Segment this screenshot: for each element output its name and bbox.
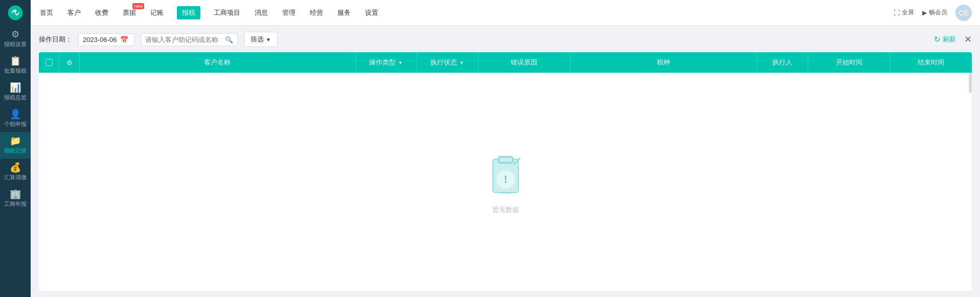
th-client-name: 客户名称 bbox=[80, 52, 356, 73]
sidebar-logo[interactable] bbox=[0, 0, 31, 26]
fullscreen-button[interactable]: ⛶ 全屏 bbox=[894, 8, 914, 17]
main-table: ⚙ 客户名称 操作类型 ▼ 执行状态 ▼ 错误原因 税种 bbox=[39, 52, 972, 291]
close-button[interactable]: ✕ bbox=[964, 35, 972, 44]
refresh-button[interactable]: ↻ 刷新 bbox=[934, 35, 956, 44]
sidebar-item-label: 报税总览 bbox=[4, 94, 27, 101]
nav-jingying[interactable]: 经营 bbox=[309, 6, 324, 19]
nav-shezhi[interactable]: 设置 bbox=[364, 6, 379, 19]
sort-icon-exec-status[interactable]: ▼ bbox=[459, 60, 464, 66]
th-checkbox[interactable] bbox=[39, 52, 59, 73]
gongshang-nianbao-icon: 🏢 bbox=[10, 189, 21, 199]
toolbar-right: ↻ 刷新 ✕ bbox=[934, 35, 972, 44]
sidebar: ⚙ 报税设置 📋 批量报税 📊 报税总览 👤 个税申报 📁 报税记录 💰 汇算清… bbox=[0, 0, 31, 297]
baoshui-shezhi-icon: ⚙ bbox=[11, 30, 19, 39]
fullscreen-label: 全屏 bbox=[902, 8, 914, 17]
date-input[interactable]: 2023-06-06 📅 bbox=[78, 33, 134, 46]
topnav-right-area: ⛶ 全屏 ▶ 畅会员 CE bbox=[894, 5, 972, 21]
nav-guanli[interactable]: 管理 bbox=[281, 6, 297, 19]
avatar-text: CE bbox=[959, 9, 968, 17]
sidebar-item-baoshui-zonlan[interactable]: 📊 报税总览 bbox=[0, 79, 31, 105]
search-input[interactable] bbox=[145, 36, 222, 44]
sort-icon-op-type[interactable]: ▼ bbox=[398, 60, 403, 66]
nav-xiaoxi[interactable]: 消息 bbox=[254, 6, 269, 19]
fullscreen-icon: ⛶ bbox=[894, 9, 900, 16]
member-icon: ▶ bbox=[922, 9, 927, 16]
search-wrap: 🔍 bbox=[141, 33, 238, 46]
sidebar-item-baoshui-shezhi[interactable]: ⚙ 报税设置 bbox=[0, 26, 31, 52]
new-badge: new bbox=[132, 3, 144, 9]
member-button[interactable]: ▶ 畅会员 bbox=[922, 8, 947, 17]
sidebar-item-label: 汇算清缴 bbox=[4, 174, 27, 181]
empty-state: ! 暂无数据 bbox=[480, 149, 531, 215]
table-header: ⚙ 客户名称 操作类型 ▼ 执行状态 ▼ 错误原因 税种 bbox=[39, 52, 972, 73]
nav-home[interactable]: 首页 bbox=[39, 6, 54, 19]
scrollbar[interactable] bbox=[969, 73, 972, 93]
table-body: ! 暂无数据 bbox=[39, 73, 972, 291]
filter-label: 筛选 bbox=[250, 35, 264, 44]
huisuan-jiaona-icon: 💰 bbox=[10, 163, 21, 172]
nav-client[interactable]: 客户 bbox=[66, 6, 82, 19]
empty-illustration: ! bbox=[480, 149, 531, 200]
date-value: 2023-06-06 bbox=[83, 36, 117, 44]
piliang-baoshui-icon: 📋 bbox=[10, 56, 21, 66]
sidebar-item-label: 个税申报 bbox=[4, 120, 27, 128]
sidebar-item-piliang-baoshui[interactable]: 📋 批量报税 bbox=[0, 52, 31, 79]
th-error-reason: 错误原因 bbox=[478, 52, 571, 73]
member-label: 畅会员 bbox=[929, 8, 947, 17]
svg-text:!: ! bbox=[504, 174, 507, 185]
th-tax-type: 税种 bbox=[571, 52, 757, 73]
toolbar: 操作日期： 2023-06-06 📅 🔍 筛选 ▼ ↻ 刷新 ✕ bbox=[39, 32, 972, 47]
empty-text: 暂无数据 bbox=[492, 205, 519, 215]
baoshui-jilu-icon: 📁 bbox=[10, 136, 21, 145]
chevron-down-icon: ▼ bbox=[266, 37, 271, 43]
nav-shoufei[interactable]: 收费 bbox=[94, 6, 109, 19]
th-start-time: 开始时间 bbox=[808, 52, 890, 73]
sidebar-item-label: 批量报税 bbox=[4, 67, 27, 75]
calendar-icon: 📅 bbox=[120, 36, 128, 44]
baoshui-zonlan-icon: 📊 bbox=[10, 83, 21, 92]
th-op-type: 操作类型 ▼ bbox=[356, 52, 417, 73]
search-icon[interactable]: 🔍 bbox=[225, 36, 233, 44]
th-settings[interactable]: ⚙ bbox=[59, 52, 80, 73]
filter-button[interactable]: 筛选 ▼ bbox=[244, 32, 278, 47]
avatar[interactable]: CE bbox=[955, 5, 972, 21]
date-label: 操作日期： bbox=[39, 35, 72, 44]
settings-icon: ⚙ bbox=[66, 59, 73, 67]
nav-fuwu[interactable]: 服务 bbox=[336, 6, 352, 19]
sidebar-item-gongshang-nianbao[interactable]: 🏢 工商年报 bbox=[0, 185, 31, 212]
sidebar-item-geshuishen-bao[interactable]: 👤 个税申报 bbox=[0, 105, 31, 132]
top-navigation: 首页 客户 收费 票据 new 记账 报税 工商项目 消息 管理 经营 服务 设… bbox=[31, 0, 980, 26]
geshuishen-bao-icon: 👤 bbox=[10, 110, 21, 119]
svg-point-1 bbox=[14, 10, 17, 12]
nav-baoshui[interactable]: 报税 bbox=[177, 6, 200, 19]
svg-rect-4 bbox=[499, 158, 512, 162]
sidebar-item-baoshui-jilu[interactable]: 📁 报税记录 bbox=[0, 132, 31, 159]
sidebar-item-label: 报税记录 bbox=[4, 147, 27, 155]
page-content: 操作日期： 2023-06-06 📅 🔍 筛选 ▼ ↻ 刷新 ✕ bbox=[31, 26, 980, 297]
sidebar-item-label: 工商年报 bbox=[4, 200, 27, 208]
refresh-icon: ↻ bbox=[934, 35, 941, 44]
sidebar-item-label: 报税设置 bbox=[4, 40, 27, 48]
svg-line-8 bbox=[514, 163, 515, 164]
nav-gongshang[interactable]: 工商项目 bbox=[213, 6, 241, 19]
sidebar-item-huisuan-jiaona[interactable]: 💰 汇算清缴 bbox=[0, 159, 31, 185]
nav-jizhang[interactable]: 记账 bbox=[149, 6, 165, 19]
refresh-label: 刷新 bbox=[943, 35, 956, 44]
nav-piaoju[interactable]: 票据 new bbox=[122, 6, 137, 19]
th-exec-status: 执行状态 ▼ bbox=[417, 52, 478, 73]
select-all-checkbox[interactable] bbox=[45, 59, 53, 66]
th-executor: 执行人 bbox=[757, 52, 808, 73]
main-area: 首页 客户 收费 票据 new 记账 报税 工商项目 消息 管理 经营 服务 设… bbox=[31, 0, 980, 297]
th-end-time: 结束时间 bbox=[890, 52, 972, 73]
